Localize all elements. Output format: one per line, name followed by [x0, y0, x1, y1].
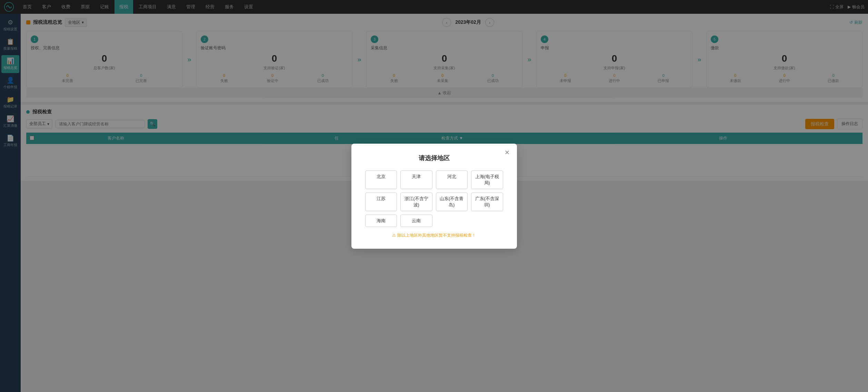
region-grid-row1: 北京 天津 河北 上海(电子税局) — [365, 171, 503, 189]
region-grid-row3: 海南 云南 — [365, 215, 503, 227]
region-btn-zhejiang[interactable]: 浙江(不含宁波) — [400, 193, 432, 211]
region-btn-shanghai[interactable]: 上海(电子税局) — [471, 171, 503, 189]
region-btn-empty-1 — [436, 215, 468, 227]
region-btn-shandong[interactable]: 山东(不含青岛) — [436, 193, 468, 211]
region-btn-yunnan[interactable]: 云南 — [400, 215, 432, 227]
modal-title: 请选择地区 — [365, 154, 503, 162]
region-btn-jiangsu[interactable]: 江苏 — [365, 193, 397, 211]
region-btn-empty-2 — [471, 215, 503, 227]
modal-warning: ⚠ 除以上地区外其他地区暂不支持报税检查！ — [365, 233, 503, 238]
region-grid-row2: 江苏 浙江(不含宁波) 山东(不含青岛) 广东(不含深圳) — [365, 193, 503, 211]
region-select-modal: ✕ 请选择地区 北京 天津 河北 上海(电子税局) 江苏 浙江(不含宁波) 山东… — [351, 144, 517, 249]
region-btn-hebei[interactable]: 河北 — [436, 171, 468, 189]
warning-text: 除以上地区外其他地区暂不支持报税检查！ — [397, 233, 476, 238]
modal-close-btn[interactable]: ✕ — [503, 148, 511, 157]
region-btn-hainan[interactable]: 海南 — [365, 215, 397, 227]
modal-overlay[interactable]: ✕ 请选择地区 北京 天津 河北 上海(电子税局) 江苏 浙江(不含宁波) 山东… — [0, 0, 868, 392]
warning-icon: ⚠ — [392, 233, 396, 238]
region-btn-beijing[interactable]: 北京 — [365, 171, 397, 189]
region-btn-guangdong[interactable]: 广东(不含深圳) — [471, 193, 503, 211]
region-btn-tianjin[interactable]: 天津 — [400, 171, 432, 189]
